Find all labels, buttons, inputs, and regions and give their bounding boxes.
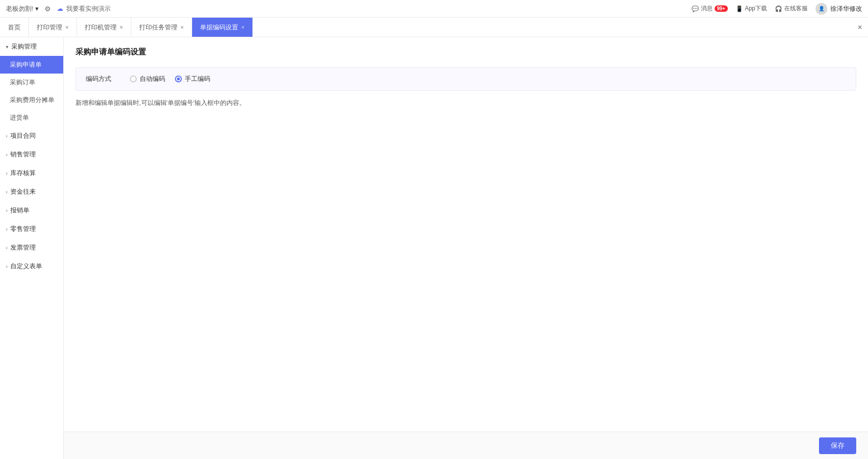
chevron-down-icon: ▾ xyxy=(6,44,8,50)
sidebar-group-invoice-mgmt-label: 发票管理 xyxy=(10,243,36,252)
sidebar-item-purchase-order-label: 采购订单 xyxy=(10,78,35,86)
user-name: 徐泽华修改 xyxy=(830,4,862,13)
sidebar-group-purchase-mgmt: ▾ 采购管理 采购申请单 采购订单 采购费用分摊单 进货单 xyxy=(0,37,63,127)
content-footer: 保存 xyxy=(64,432,868,459)
sidebar-group-custom-forms-label: 自定义表单 xyxy=(10,262,42,271)
encoding-label: 编码方式 xyxy=(86,75,115,83)
user-info[interactable]: 👤 徐泽华修改 xyxy=(816,3,862,15)
radio-manual-encoding-label: 手工编码 xyxy=(185,75,210,83)
content-body: 采购申请单编码设置 编码方式 自动编码 手工编码 新增和编辑单据编辑时,可以编辑… xyxy=(64,37,868,432)
sidebar-group-retail-mgmt-label: 零售管理 xyxy=(10,225,36,233)
sidebar-group-returns[interactable]: › 报销单 xyxy=(0,201,63,220)
demo-text: 我要看实例演示 xyxy=(66,4,111,13)
tab-print-task-mgmt-label: 打印任务管理 xyxy=(139,23,177,32)
save-button[interactable]: 保存 xyxy=(819,437,856,454)
top-bar-right: 💬 消息 99+ 📱 App下载 🎧 在线客服 👤 徐泽华修改 xyxy=(692,3,862,15)
online-service-button[interactable]: 🎧 在线客服 xyxy=(775,4,808,13)
radio-auto-encoding-circle xyxy=(130,76,137,82)
chevron-right-icon: › xyxy=(6,189,7,195)
sidebar-group-inventory-calc-label: 库存核算 xyxy=(10,169,36,178)
tab-single-doc-code-label: 单据编码设置 xyxy=(200,23,238,32)
tab-print-mgmt-close[interactable]: × xyxy=(65,24,69,31)
chevron-right-icon: › xyxy=(6,133,7,139)
sidebar-group-project-contract-label: 项目合同 xyxy=(10,131,36,140)
radio-manual-encoding[interactable]: 手工编码 xyxy=(175,75,210,83)
sidebar-group-project-contract[interactable]: › 项目合同 xyxy=(0,127,63,145)
app-title-dropdown[interactable]: 老板勿割! ▾ xyxy=(6,4,39,13)
tab-bar-close-button[interactable]: × xyxy=(852,18,868,37)
sidebar-item-purchase-expense[interactable]: 采购费用分摊单 xyxy=(0,91,63,109)
message-badge: 99+ xyxy=(715,5,728,12)
sidebar-group-sales-mgmt-label: 销售管理 xyxy=(10,150,36,159)
chevron-right-icon: › xyxy=(6,264,7,269)
tab-printer-mgmt-label: 打印机管理 xyxy=(85,23,117,32)
tab-home[interactable]: 首页 xyxy=(0,18,29,37)
tab-print-mgmt-label: 打印管理 xyxy=(37,23,62,32)
dropdown-chevron-icon: ▾ xyxy=(35,5,39,12)
sidebar: ▾ 采购管理 采购申请单 采购订单 采购费用分摊单 进货单 › 项目合同 › 销… xyxy=(0,37,64,459)
online-service-label: 在线客服 xyxy=(784,4,808,13)
sidebar-group-invoice-mgmt[interactable]: › 发票管理 xyxy=(0,238,63,257)
tab-single-doc-code[interactable]: 单据编码设置 × xyxy=(192,18,253,37)
settings-icon[interactable]: ⚙ xyxy=(45,5,51,13)
sidebar-group-custom-forms[interactable]: › 自定义表单 xyxy=(0,257,63,276)
main-layout: ▾ 采购管理 采购申请单 采购订单 采购费用分摊单 进货单 › 项目合同 › 销… xyxy=(0,37,868,459)
content-area: 采购申请单编码设置 编码方式 自动编码 手工编码 新增和编辑单据编辑时,可以编辑… xyxy=(64,37,868,459)
message-label: 消息 xyxy=(701,4,713,13)
cloud-icon: ☁ xyxy=(57,5,63,12)
chevron-right-icon: › xyxy=(6,208,7,213)
encoding-section: 编码方式 自动编码 手工编码 xyxy=(75,67,856,91)
tab-printer-mgmt-close[interactable]: × xyxy=(120,24,123,31)
avatar: 👤 xyxy=(816,3,827,15)
app-title: 老板勿割! xyxy=(6,4,33,13)
tab-printer-mgmt[interactable]: 打印机管理 × xyxy=(77,18,131,37)
sidebar-item-purchase-request[interactable]: 采购申请单 xyxy=(0,56,63,74)
chevron-right-icon: › xyxy=(6,152,7,157)
top-bar-left: 老板勿割! ▾ ⚙ ☁ 我要看实例演示 xyxy=(6,4,111,13)
sidebar-group-funds[interactable]: › 资金往来 xyxy=(0,182,63,201)
download-icon: 📱 xyxy=(736,5,743,12)
sidebar-group-returns-label: 报销单 xyxy=(10,206,29,215)
service-icon: 🎧 xyxy=(775,5,782,12)
radio-auto-encoding-label: 自动编码 xyxy=(140,75,165,83)
radio-auto-encoding[interactable]: 自动编码 xyxy=(130,75,165,83)
sidebar-item-purchase-order[interactable]: 采购订单 xyxy=(0,74,63,91)
sidebar-group-purchase-mgmt-label: 采购管理 xyxy=(11,42,37,51)
tab-home-label: 首页 xyxy=(8,23,21,32)
page-title: 采购申请单编码设置 xyxy=(75,47,856,57)
tab-print-task-mgmt[interactable]: 打印任务管理 × xyxy=(131,18,192,37)
sidebar-group-inventory-calc[interactable]: › 库存核算 xyxy=(0,164,63,182)
sidebar-item-stock-in-label: 进货单 xyxy=(10,114,29,121)
sidebar-item-stock-in[interactable]: 进货单 xyxy=(0,109,63,127)
app-download-button[interactable]: 📱 App下载 xyxy=(736,4,767,13)
tab-print-task-mgmt-close[interactable]: × xyxy=(180,24,184,31)
sidebar-group-funds-label: 资金往来 xyxy=(10,187,36,196)
top-bar: 老板勿割! ▾ ⚙ ☁ 我要看实例演示 💬 消息 99+ 📱 App下载 🎧 在… xyxy=(0,0,868,18)
tab-bar: 首页 打印管理 × 打印机管理 × 打印任务管理 × 单据编码设置 × × xyxy=(0,18,868,37)
chevron-right-icon: › xyxy=(6,245,7,251)
radio-group: 自动编码 手工编码 xyxy=(130,75,210,83)
tab-single-doc-code-close[interactable]: × xyxy=(241,24,245,31)
description-text: 新增和编辑单据编辑时,可以编辑'单据编号'输入框中的内容。 xyxy=(75,99,856,107)
radio-manual-encoding-circle xyxy=(175,76,182,82)
chevron-right-icon: › xyxy=(6,227,7,232)
sidebar-group-retail-mgmt[interactable]: › 零售管理 xyxy=(0,220,63,238)
demo-link[interactable]: ☁ 我要看实例演示 xyxy=(57,4,111,13)
message-button[interactable]: 💬 消息 99+ xyxy=(692,4,728,13)
message-icon: 💬 xyxy=(692,5,699,12)
app-download-label: App下载 xyxy=(745,4,767,13)
sidebar-group-purchase-mgmt-header[interactable]: ▾ 采购管理 xyxy=(0,37,63,56)
sidebar-item-purchase-request-label: 采购申请单 xyxy=(10,61,42,68)
sidebar-group-sales-mgmt[interactable]: › 销售管理 xyxy=(0,145,63,164)
sidebar-item-purchase-expense-label: 采购费用分摊单 xyxy=(10,96,54,103)
chevron-right-icon: › xyxy=(6,171,7,176)
tab-print-mgmt[interactable]: 打印管理 × xyxy=(29,18,77,37)
